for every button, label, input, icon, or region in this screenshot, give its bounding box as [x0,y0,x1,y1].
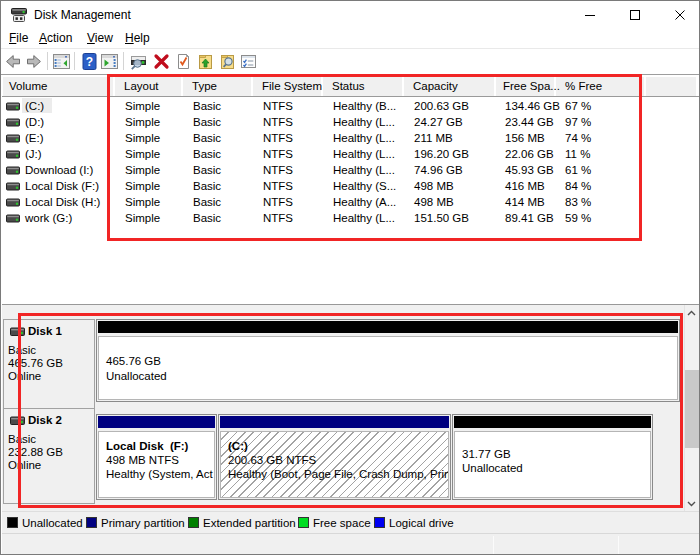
legend-label-extended-partition: Extended partition [203,515,296,531]
column-header-status[interactable]: Status [323,77,402,96]
disk1-label[interactable]: Disk 1 Basic 465.76 GB Online [3,319,95,409]
legend-label-primary-partition: Primary partition [101,515,185,531]
volume-row[interactable]: (D:) Simple Basic NTFS Healthy (L... 24.… [2,114,699,130]
properties-icon[interactable] [240,53,257,70]
cell-capacity: 498 MB [414,194,454,210]
disk2-unallocated-bar [454,416,651,428]
status-separator [618,536,619,555]
disk1-unallocated-partition[interactable]: 465.76 GB Unallocated [96,319,680,402]
cell-file_system: NTFS [263,114,293,130]
partition-size: 31.77 GB [462,448,511,462]
cell-status: Healthy (L... [333,114,395,130]
cell-volume: (J:) [25,146,42,162]
scroll-up-icon [684,305,699,322]
legend-label-unallocated: Unallocated [22,515,83,531]
disk2-unallocated-partition[interactable]: 31.77 GB Unallocated [452,414,653,500]
column-header-file_system[interactable]: File System [253,77,321,96]
cell-status: Healthy (S... [333,178,396,194]
maximize-icon [629,9,641,21]
cell-capacity: 200.63 GB [414,98,469,114]
volume-row[interactable]: (J:) Simple Basic NTFS Healthy (L... 196… [2,146,699,162]
volume-icon [6,166,20,175]
volume-row[interactable]: Local Disk (F:) Simple Basic NTFS Health… [2,178,699,194]
close-icon [674,9,686,21]
cell-free_space: 45.93 GB [505,162,554,178]
cell-free_space: 134.46 GB [505,98,560,114]
cell-status: Healthy (L... [333,130,395,146]
partition-label: Unallocated [462,462,523,476]
cell-status: Healthy (A... [333,194,396,210]
volume-icon [6,150,20,159]
disk1-partition-label: Unallocated [106,370,167,384]
cell-free_space: 23.44 GB [505,114,554,130]
back-icon[interactable] [5,53,22,70]
toolbar-separator [123,52,124,70]
maximize-button[interactable] [616,1,653,29]
legend-swatch-extended-partition [188,517,199,528]
delete-volume-icon[interactable] [153,53,170,70]
volume-icon [6,214,20,223]
cell-file_system: NTFS [263,162,293,178]
vertical-scrollbar[interactable] [684,305,699,512]
column-header-percent_free[interactable]: % Free [556,77,644,96]
scroll-thumb[interactable] [685,370,700,448]
partition-size: 498 MB NTFS [106,454,179,468]
cell-volume: Local Disk (F:) [25,178,99,194]
cell-file_system: NTFS [263,178,293,194]
volume-table-header: Volume Layout Type File System Status Ca… [2,77,699,97]
minimize-icon [584,9,596,21]
column-header-volume[interactable]: Volume [3,77,113,96]
cell-volume: (E:) [25,130,44,146]
volume-row[interactable]: Download (I:) Simple Basic NTFS Healthy … [2,162,699,178]
disk2-partition-f[interactable]: Local Disk (F:) 498 MB NTFS Healthy (Sys… [96,414,217,500]
volume-icon [6,198,20,207]
close-button[interactable] [661,1,698,29]
volume-row[interactable]: (C:) Simple Basic NTFS Healthy (B... 200… [2,98,699,114]
volume-row[interactable]: work (G:) Simple Basic NTFS Healthy (L..… [2,210,699,226]
disk-management-window: Disk Management File Action View Help ? … [0,0,700,555]
legend-label-logical-drive: Logical drive [389,515,454,531]
cell-layout: Simple [125,178,160,194]
menu-bar: File Action View Help [1,29,699,49]
window-title: Disk Management [34,1,131,29]
cell-percent_free: 61 % [565,162,591,178]
cell-percent_free: 67 % [565,98,591,114]
disk2-unallocated-body: 31.77 GB Unallocated [454,431,651,498]
column-header-free_space[interactable]: Free Spa... [496,77,554,96]
partition-status: Healthy (System, Act [106,468,213,482]
help-icon[interactable]: ? [81,53,98,70]
show-console-tree-icon[interactable] [53,53,70,70]
disk2-label[interactable]: Disk 2 Basic 232.88 GB Online [3,408,95,504]
disk1-unallocated-body: 465.76 GB Unallocated [98,336,678,400]
disk-icon [10,327,25,337]
forward-icon[interactable] [25,53,42,70]
column-header-layout[interactable]: Layout [115,77,181,96]
volume-row[interactable]: (E:) Simple Basic NTFS Healthy (L... 211… [2,130,699,146]
partition-name: (C:) [228,440,248,454]
cell-free_space: 22.06 GB [505,146,554,162]
legend-label-free-space: Free space [313,515,371,531]
minimize-button[interactable] [571,1,608,29]
folder-explore-icon[interactable] [219,53,236,70]
volume-icon [6,102,20,111]
column-header-capacity[interactable]: Capacity [404,77,494,96]
volume-row[interactable]: Local Disk (H:) Simple Basic NTFS Health… [2,194,699,210]
folder-up-icon[interactable] [197,53,214,70]
column-header-type[interactable]: Type [183,77,251,96]
menu-help[interactable]: Help [125,29,150,49]
disk-graph-pane: Disk 1 Basic 465.76 GB Online 465.76 GB … [2,305,699,511]
cell-percent_free: 11 % [565,146,590,162]
mark-partition-active-icon[interactable] [175,53,192,70]
legend-swatch-logical-drive [374,517,385,528]
show-action-pane-icon[interactable] [101,53,118,70]
disk2-partition-c[interactable]: (C:) 200.63 GB NTFS Healthy (Boot, Page … [218,414,451,500]
disk2-status: Online [8,459,41,472]
cell-layout: Simple [125,194,160,210]
menu-action[interactable]: Action [39,29,72,49]
menu-file[interactable]: File [9,29,28,49]
menu-view[interactable]: View [87,29,113,49]
cell-status: Healthy (L... [333,162,395,178]
disk2-partition-f-body: Local Disk (F:) 498 MB NTFS Healthy (Sys… [98,431,215,498]
disk-explore-icon[interactable] [130,53,147,70]
disk1-type: Basic [8,344,36,357]
